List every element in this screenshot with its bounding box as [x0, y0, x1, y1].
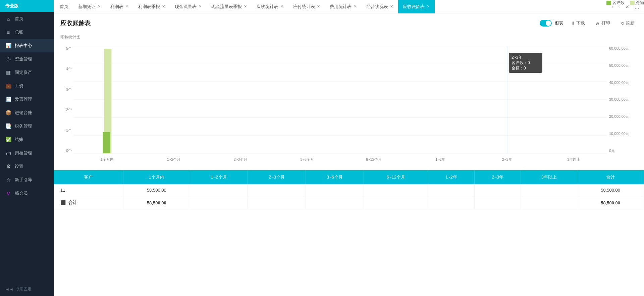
- chart-toggle[interactable]: [540, 20, 552, 27]
- col-month1: 1个月内: [123, 170, 190, 184]
- fund-icon: ◎: [5, 56, 11, 62]
- archive-icon: 🗃: [5, 150, 11, 156]
- close-icon[interactable]: ✕: [199, 4, 202, 9]
- header-actions: 图表 ⬇ 下载 🖨 打印 ↻ 刷新: [540, 19, 637, 28]
- unpin-icon: ◄◄: [5, 287, 13, 292]
- tab-profit-quarterly[interactable]: 利润表季报 ✕: [133, 0, 170, 13]
- sales-icon: 📦: [5, 110, 11, 116]
- chart-toggle-group: 图表: [540, 20, 563, 27]
- close-icon[interactable]: ✕: [427, 4, 430, 9]
- chart-container: 5个 4个 3个 2个 1个 0个 1个月内1~2个月2~3个月3~6个月6~1…: [60, 43, 637, 163]
- app-logo: 专业版: [0, 0, 54, 12]
- sidebar-item-sales-ledger[interactable]: 📦 进销台账: [0, 106, 54, 119]
- sidebar-item-archive[interactable]: 🗃 归档管理: [0, 146, 54, 160]
- y-right-20k: 20,000.00元: [609, 114, 629, 119]
- tab-operations[interactable]: 经营状况表 ✕: [362, 0, 398, 13]
- main-content: 首页 新增凭证 ✕ 利润表 ✕ 利润表季报 ✕ 现金流量表 ✕ 现金流量表季报 …: [54, 0, 644, 296]
- sidebar-item-reports[interactable]: 📊 报表中心: [0, 39, 54, 52]
- sidebar-item-fixed-assets[interactable]: ▦ 固定资产: [0, 66, 54, 79]
- download-icon: ⬇: [571, 21, 575, 26]
- settings-icon: ⚙: [5, 163, 11, 169]
- download-label: 下载: [576, 20, 585, 26]
- close-icon[interactable]: ✕: [98, 4, 101, 9]
- sidebar-item-label: 进销台账: [15, 110, 32, 116]
- cell-customer: 11: [54, 184, 123, 196]
- tab-profit-quarterly-label: 利润表季报: [138, 4, 160, 10]
- sidebar-item-tax[interactable]: 📑 税务管理: [0, 119, 54, 133]
- unpin-button[interactable]: ◄◄ 取消固定: [0, 282, 54, 296]
- sidebar-item-label: 发票管理: [15, 96, 32, 102]
- tab-expense-stats[interactable]: 费用统计表 ✕: [325, 0, 362, 13]
- tab-profit[interactable]: 利润表 ✕: [106, 0, 133, 13]
- svg-text:1~2个月: 1~2个月: [167, 157, 181, 161]
- ledger-icon: ≡: [5, 30, 11, 35]
- close-icon[interactable]: ✕: [317, 4, 320, 9]
- col-month3-6: 3~6个月: [306, 170, 364, 184]
- total-year1-2: [428, 196, 474, 209]
- tab-new-voucher[interactable]: 新增凭证 ✕: [73, 0, 106, 13]
- chart-plot-area: 1个月内1~2个月2~3个月3~6个月6~12个月1~2年2~3年3年以上2~3…: [74, 43, 607, 163]
- sidebar-item-guide[interactable]: ☆ 新手引导: [0, 173, 54, 187]
- sidebar-item-settings[interactable]: ⚙ 设置: [0, 160, 54, 173]
- page-title: 应收账龄表: [60, 19, 540, 27]
- col-month1-2: 1~2个月: [190, 170, 248, 184]
- tax-icon: 📑: [5, 123, 11, 129]
- tab-cash-flow-quarterly[interactable]: 现金流量表季报 ✕: [207, 0, 252, 13]
- sidebar-item-salary[interactable]: 💼 工资: [0, 79, 54, 93]
- col-year1-2: 1~2年: [428, 170, 474, 184]
- total-year3plus: [521, 196, 577, 209]
- sidebar-item-general-ledger[interactable]: ≡ 总账: [0, 26, 54, 39]
- close-icon[interactable]: ✕: [354, 4, 357, 9]
- y-left-3: 3个: [66, 87, 72, 92]
- cell-total: 58,500.00: [577, 184, 644, 196]
- tab-home-label: 首页: [60, 4, 68, 10]
- tab-aging[interactable]: 应收账龄表 ✕: [398, 0, 435, 13]
- print-button[interactable]: 🖨 打印: [593, 19, 613, 28]
- sidebar-item-label: 工资: [15, 83, 23, 89]
- y-right-10k: 10,000.00元: [609, 131, 629, 136]
- col-month2-3: 2~3个月: [248, 170, 306, 184]
- download-button[interactable]: ⬇ 下载: [569, 19, 588, 28]
- sidebar-item-invoice[interactable]: 🧾 发票管理: [0, 93, 54, 106]
- close-icon[interactable]: ✕: [244, 4, 247, 9]
- refresh-label: 刷新: [626, 20, 635, 26]
- tab-home[interactable]: 首页: [55, 0, 73, 13]
- sidebar-item-label: 资金管理: [15, 56, 32, 62]
- sidebar-item-fund[interactable]: ◎ 资金管理: [0, 52, 54, 66]
- close-icon[interactable]: ✕: [162, 4, 165, 9]
- toggle-label: 图表: [554, 20, 563, 26]
- svg-rect-8: [103, 132, 110, 153]
- sidebar-item-membership[interactable]: V 畅会员: [0, 187, 54, 200]
- y-right-50k: 50,000.00元: [609, 63, 629, 68]
- svg-text:金额：0: 金额：0: [512, 66, 526, 70]
- total-label: ⬛ 合计: [54, 196, 123, 209]
- close-icon[interactable]: ✕: [280, 4, 283, 9]
- sidebar-item-home[interactable]: ⌂ 首页: [0, 12, 54, 26]
- total-total: 58,500.00: [577, 196, 644, 209]
- page-header: 应收账龄表 图表 ⬇ 下载 🖨 打印 ↻ 刷新: [54, 13, 644, 31]
- unpin-label: 取消固定: [15, 286, 32, 292]
- sidebar-item-settlement[interactable]: ✅ 结账: [0, 133, 54, 146]
- tab-bar: 首页 新增凭证 ✕ 利润表 ✕ 利润表季报 ✕ 现金流量表 ✕ 现金流量表季报 …: [54, 0, 644, 13]
- close-icon[interactable]: ✕: [125, 4, 128, 9]
- table-section: 客户 1个月内 1~2个月 2~3个月 3~6个月 6~12个月 1~2年 2~…: [54, 170, 644, 209]
- total-month2-3: [248, 196, 306, 209]
- tab-new-voucher-label: 新增凭证: [78, 4, 96, 10]
- col-month6-12: 6~12个月: [364, 170, 428, 184]
- tab-cash-flow[interactable]: 现金流量表 ✕: [170, 0, 207, 13]
- print-icon: 🖨: [596, 21, 600, 26]
- tab-receivable-stats[interactable]: 应收统计表 ✕: [252, 0, 288, 13]
- refresh-icon: ↻: [621, 21, 625, 26]
- cell-year2-3: [475, 184, 521, 196]
- aging-table: 客户 1个月内 1~2个月 2~3个月 3~6个月 6~12个月 1~2年 2~…: [54, 170, 644, 209]
- y-right-30k: 30,000.00元: [609, 97, 629, 102]
- refresh-button[interactable]: ↻ 刷新: [618, 19, 637, 28]
- tab-cash-flow-quarterly-label: 现金流量表季报: [211, 4, 242, 10]
- sidebar-item-label: 归档管理: [15, 150, 32, 156]
- tab-payable-stats-label: 应付统计表: [293, 4, 315, 10]
- tab-payable-stats[interactable]: 应付统计表 ✕: [288, 0, 325, 13]
- close-icon[interactable]: ✕: [390, 4, 393, 9]
- total-icon: ⬛: [60, 200, 66, 205]
- tab-cash-flow-label: 现金流量表: [175, 4, 197, 10]
- sidebar-item-label: 固定资产: [15, 69, 32, 76]
